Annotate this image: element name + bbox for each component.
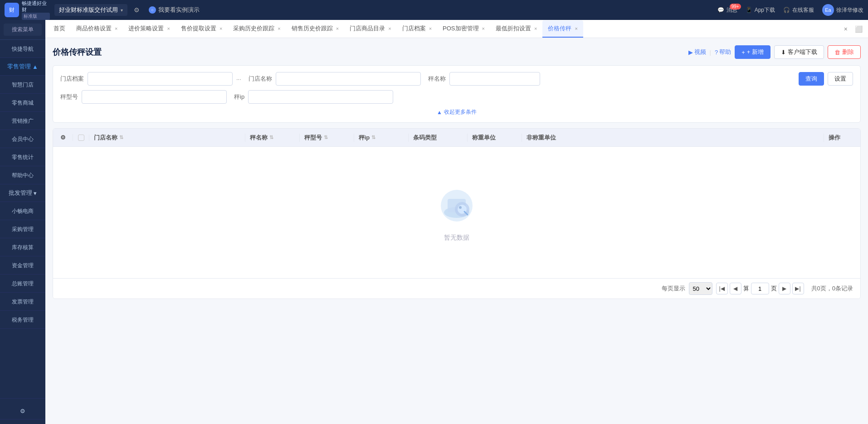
finance-label: 资金管理 — [0, 262, 45, 270]
th-scale-ip[interactable]: 秤ip ⇅ — [354, 134, 409, 142]
sidebar-item-wholesale-mgmt[interactable]: 批发管理 ▾ — [0, 184, 45, 202]
th-scale-ip-label: 秤ip — [359, 134, 370, 142]
search-menu-button[interactable]: 搜索菜单 — [4, 24, 42, 36]
th-scale-name-label: 秤名称 — [250, 134, 268, 142]
close-all-tabs-button[interactable]: × — [841, 24, 850, 34]
scale-name-input[interactable] — [449, 72, 540, 86]
sidebar-item-invoice[interactable]: 发票管理 — [0, 293, 45, 311]
th-scale-model[interactable]: 秤型号 ⇅ — [300, 134, 354, 142]
help-link[interactable]: ? 帮助 — [715, 48, 731, 56]
scale-model-input[interactable] — [82, 90, 227, 104]
retail-stats-label: 零售统计 — [0, 154, 45, 161]
video-link[interactable]: ▶ 视频 — [688, 48, 706, 56]
th-weight-unit-label: 称重单位 — [472, 134, 496, 142]
tab-price-scale-label: 价格传秤 — [548, 24, 571, 33]
scale-ip-input[interactable] — [248, 90, 393, 104]
tab-purchase-history[interactable]: 采购历史价跟踪 × — [228, 20, 286, 38]
tab-home[interactable]: 首页 — [48, 20, 71, 38]
online-service-button[interactable]: 🎧 在线客服 — [783, 6, 814, 14]
delete-button[interactable]: 🗑 删除 — [828, 45, 861, 59]
th-check[interactable] — [73, 135, 89, 141]
tab-purchase-strategy[interactable]: 进价策略设置 × — [123, 20, 175, 38]
sidebar-item-quick-nav[interactable]: 快捷导航 — [0, 40, 45, 58]
sidebar-item-member-center[interactable]: 会员中心 — [0, 130, 45, 148]
messages-button[interactable]: 💬 消息 99+ — [717, 6, 737, 14]
add-button[interactable]: + + 新增 — [735, 45, 770, 59]
tab-purchase-strategy-close[interactable]: × — [167, 26, 170, 31]
sidebar-retail-label: 零售管理 — [7, 63, 31, 71]
help-label: 帮助 — [719, 48, 731, 56]
next-page-button[interactable]: ▶ — [779, 283, 790, 294]
avatar: Ea — [822, 4, 834, 16]
th-gear[interactable]: ⚙ — [53, 134, 73, 141]
sidebar-item-marketing[interactable]: 营销推广 — [0, 112, 45, 130]
gear-button[interactable]: ⚙ — [132, 5, 141, 15]
page-number-input[interactable] — [751, 283, 769, 294]
sort-icon: ⇅ — [119, 135, 123, 140]
sidebar-item-tax[interactable]: 税务管理 — [0, 311, 45, 329]
total-label: 共0页，0条记录 — [811, 284, 853, 293]
tab-sale-extract-label: 售价提取设置 — [181, 24, 216, 33]
tab-sales-history[interactable]: 销售历史价跟踪 × — [286, 20, 344, 38]
app-download-button[interactable]: 📱 App下载 — [746, 6, 775, 14]
download-client-button[interactable]: ⬇ 客户端下载 — [774, 45, 824, 59]
query-label: 查询 — [805, 75, 817, 83]
tab-product-pricing-close[interactable]: × — [115, 26, 117, 31]
sidebar-item-retail-stats[interactable]: 零售统计 — [0, 148, 45, 166]
last-page-button[interactable]: ▶| — [792, 283, 804, 294]
empty-state: 暂无数据 — [53, 147, 860, 278]
tab-store-archive[interactable]: 门店档案 × — [397, 20, 437, 38]
first-page-button[interactable]: |◀ — [716, 283, 728, 294]
tab-price-scale[interactable]: 价格传秤 × — [542, 20, 583, 38]
sidebar-item-retail-mall[interactable]: 零售商城 — [0, 94, 45, 112]
tab-pos-mgmt-close[interactable]: × — [482, 26, 485, 31]
expand-tabs-button[interactable]: ⬜ — [852, 24, 865, 34]
tab-min-discount[interactable]: 最低折扣设置 × — [490, 20, 542, 38]
sidebar-item-finance[interactable]: 资金管理 — [0, 256, 45, 275]
sidebar-settings-button[interactable]: ⚙ — [0, 403, 45, 419]
tab-sale-extract[interactable]: 售价提取设置 × — [176, 20, 228, 38]
tab-store-archive-close[interactable]: × — [429, 26, 432, 31]
version-selector[interactable]: 好业财标准版交付试用 ▾ — [54, 4, 127, 16]
sidebar-item-retail-mgmt[interactable]: 零售管理 ▲ — [0, 58, 45, 76]
collapse-button[interactable]: ▲ 收起更多条件 — [437, 108, 477, 116]
sidebar-item-general-ledger[interactable]: 总账管理 — [0, 275, 45, 293]
query-button[interactable]: 查询 — [799, 72, 824, 86]
message-icon: 💬 — [717, 7, 724, 13]
tab-sale-extract-close[interactable]: × — [219, 26, 222, 31]
app-logo: 财 畅捷通好业财 标准版 — [5, 0, 50, 20]
sidebar-item-smart-store[interactable]: 智慧门店 — [0, 76, 45, 94]
settings-filter-button[interactable]: 设置 — [828, 72, 853, 86]
sidebar-item-purchase[interactable]: 采购管理 — [0, 220, 45, 238]
th-barcode-type: 条码类型 — [409, 134, 468, 142]
tab-purchase-history-close[interactable]: × — [278, 26, 280, 31]
store-archive-input[interactable] — [88, 72, 233, 86]
per-page-label: 每页显示 — [662, 284, 685, 293]
tab-sales-history-close[interactable]: × — [336, 26, 339, 31]
store-name-input[interactable] — [276, 72, 421, 86]
tab-product-pricing[interactable]: 商品价格设置 × — [71, 20, 123, 38]
per-page-select[interactable]: 50 10 20 100 — [689, 282, 712, 295]
delete-label: 删除 — [842, 48, 854, 56]
inventory-label: 库存核算 — [0, 244, 45, 251]
prev-page-button[interactable]: ◀ — [730, 283, 741, 294]
empty-illustration — [434, 183, 479, 228]
th-scale-name[interactable]: 秤名称 ⇅ — [245, 134, 300, 142]
help-icon: ? — [715, 49, 718, 56]
sidebar-item-help-center[interactable]: 帮助中心 — [0, 166, 45, 184]
tab-store-catalog[interactable]: 门店商品目录 × — [344, 20, 396, 38]
user-menu-button[interactable]: Ea 徐泽华修改 — [822, 4, 863, 16]
scale-model-field: 秤型号 — [60, 90, 227, 104]
store-archive-dots-button[interactable]: ··· — [236, 76, 241, 82]
sidebar-item-inventory[interactable]: 库存核算 — [0, 238, 45, 256]
tab-store-catalog-close[interactable]: × — [388, 26, 391, 31]
tab-pos-mgmt[interactable]: POS加密管理 × — [437, 20, 490, 38]
demo-button[interactable]: ○ 我要看实例演示 — [149, 6, 200, 14]
select-all-checkbox[interactable] — [78, 135, 84, 141]
sidebar-item-xiaochang[interactable]: 小畅电商 — [0, 202, 45, 220]
th-store-name[interactable]: 门店名称 ⇅ — [89, 134, 245, 142]
avatar-initials: Ea — [825, 7, 831, 13]
headset-icon: 🎧 — [783, 7, 790, 13]
tab-min-discount-close[interactable]: × — [534, 26, 537, 31]
tab-price-scale-close[interactable]: × — [575, 26, 577, 31]
